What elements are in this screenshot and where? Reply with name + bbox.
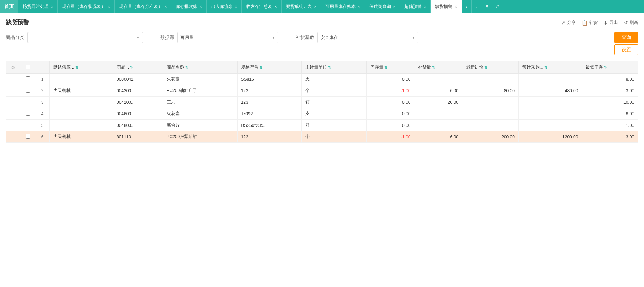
gear-icon[interactable]: ⚙ xyxy=(11,65,16,70)
sort-icon-product-code: ⇅ xyxy=(130,65,133,69)
th-latest-price[interactable]: 最新进价 ⇅ xyxy=(462,61,518,74)
tab-inventory-status-close[interactable]: × xyxy=(108,4,110,9)
td-default-supplier-5: 力天机械 xyxy=(49,131,113,143)
tab-overstock-warning-close[interactable]: × xyxy=(424,4,426,9)
row-checkbox-4[interactable] xyxy=(26,123,30,127)
row-checkbox-3[interactable] xyxy=(26,111,30,116)
td-settings-3 xyxy=(6,108,21,120)
tab-available-ledger-close[interactable]: × xyxy=(358,4,360,9)
tab-inout-flow-close[interactable]: × xyxy=(235,4,237,9)
row-checkbox-0[interactable] xyxy=(26,76,30,81)
td-stock-qty-4: 0.00 xyxy=(366,120,414,131)
refresh-button[interactable]: ↺ 刷新 xyxy=(624,19,638,26)
td-est-purchase-0 xyxy=(518,74,582,85)
tab-maximize-btn[interactable]: ⤢ xyxy=(492,0,502,13)
td-spec-model-0: SS816 xyxy=(237,74,302,85)
td-checkbox-5[interactable] xyxy=(21,131,35,143)
row-checkbox-5[interactable] xyxy=(26,134,30,139)
td-stock-qty-3: 0.00 xyxy=(366,108,414,120)
replenish-base-filter-group: 补货基数 安全库存 ▼ xyxy=(296,32,418,43)
td-settings-0 xyxy=(6,74,21,85)
td-unit-5: 个 xyxy=(302,131,366,143)
td-checkbox-2[interactable] xyxy=(21,97,35,108)
tab-available-ledger[interactable]: 可用量库存账本 × xyxy=(321,0,365,13)
replenish-base-label: 补货基数 xyxy=(296,34,314,41)
tab-next-btn[interactable]: › xyxy=(472,0,482,13)
category-select[interactable]: ▼ xyxy=(27,32,143,43)
th-stock-qty-label: 库存量 xyxy=(370,64,383,70)
table-row: 5 004800... 离合片 DS250*23c... 只 0.00 1.00 xyxy=(6,120,638,131)
tab-abnormal-close[interactable]: × xyxy=(51,4,53,9)
th-min-stock[interactable]: 最低库存 ⇅ xyxy=(582,61,638,74)
sort-icon-product-name: ⇅ xyxy=(185,65,188,69)
td-checkbox-4[interactable] xyxy=(21,120,35,131)
th-product-name[interactable]: 商品名称 ⇅ xyxy=(163,61,237,74)
td-spec-model-3: J7092 xyxy=(237,108,302,120)
tab-inventory-status[interactable]: 现存量（库存状况表） × xyxy=(58,0,114,13)
tab-abnormal[interactable]: 拣货异常处理 × xyxy=(18,0,58,13)
header-actions: ↗ 分享 📋 补货 ⬇ 导出 ↺ 刷新 xyxy=(561,19,638,26)
th-replenish-qty[interactable]: 补货量 ⇅ xyxy=(414,61,462,74)
th-est-purchase-label: 预计采购... xyxy=(522,64,543,70)
table-row: 3 004200... 三九 123 箱 0.00 20.00 10.00 xyxy=(6,97,638,108)
tab-overstock-warning[interactable]: 超储预警 × xyxy=(400,0,431,13)
th-spec-model[interactable]: 规格型号 ⇅ xyxy=(237,61,302,74)
td-rownum-0: 1 xyxy=(35,74,49,85)
td-checkbox-1[interactable] xyxy=(21,85,35,97)
th-unit[interactable]: 主计量单位 ⇅ xyxy=(302,61,366,74)
row-checkbox-2[interactable] xyxy=(26,100,30,104)
share-button[interactable]: ↗ 分享 xyxy=(561,19,576,26)
td-est-purchase-4 xyxy=(518,120,582,131)
tab-batch-account[interactable]: 库存批次账 × xyxy=(171,0,206,13)
tab-shortage-warning[interactable]: 缺货预警 × xyxy=(431,0,461,13)
td-rownum-2: 3 xyxy=(35,97,49,108)
th-min-stock-label: 最低库存 xyxy=(586,64,603,70)
tab-order-stats[interactable]: 要货单统计表 × xyxy=(282,0,321,13)
td-min-stock-2: 10.00 xyxy=(582,97,638,108)
page-title: 缺货预警 xyxy=(6,19,29,26)
tab-collect-summary-close[interactable]: × xyxy=(274,4,277,9)
td-product-name-1: PC200油缸庄子 xyxy=(163,85,237,97)
select-all-checkbox[interactable] xyxy=(26,65,30,69)
td-product-name-2: 三九 xyxy=(163,97,237,108)
tab-home[interactable]: 首页 xyxy=(0,0,18,13)
datasource-select[interactable]: 可用量 ▼ xyxy=(177,32,278,43)
tab-expiry-query[interactable]: 保质期查询 × xyxy=(365,0,400,13)
category-filter-group: 商品分类 ▼ xyxy=(6,32,143,43)
tab-prev-btn[interactable]: ‹ xyxy=(462,0,472,13)
tab-close-all-btn[interactable]: × xyxy=(482,0,492,13)
td-product-code-0: 0000042 xyxy=(113,74,163,85)
td-product-name-0: 火花塞 xyxy=(163,74,237,85)
td-unit-1: 个 xyxy=(302,85,366,97)
replenish-button[interactable]: 📋 补货 xyxy=(582,19,598,26)
tab-inout-flow[interactable]: 出入库流水 × xyxy=(207,0,242,13)
tab-collect-summary[interactable]: 收发存汇总表 × xyxy=(242,0,281,13)
datasource-label: 数据源 xyxy=(160,34,174,41)
th-default-supplier[interactable]: 默认供应... ⇅ xyxy=(49,61,113,74)
th-est-purchase[interactable]: 预计采购... ⇅ xyxy=(518,61,582,74)
category-label: 商品分类 xyxy=(6,34,25,41)
row-checkbox-1[interactable] xyxy=(26,88,30,93)
th-product-code[interactable]: 商品... ⇅ xyxy=(113,61,163,74)
td-checkbox-0[interactable] xyxy=(21,74,35,85)
query-button[interactable]: 查询 xyxy=(614,32,638,43)
settings-button[interactable]: 设置 xyxy=(614,44,638,55)
tab-inventory-dist[interactable]: 现存量（库存分布表） × xyxy=(115,0,171,13)
export-button[interactable]: ⬇ 导出 xyxy=(604,19,618,26)
td-replenish-qty-2: 20.00 xyxy=(414,97,462,108)
category-chevron-icon: ▼ xyxy=(136,36,140,40)
tab-expiry-query-close[interactable]: × xyxy=(393,4,395,9)
tab-shortage-warning-close[interactable]: × xyxy=(454,4,457,9)
th-stock-qty[interactable]: 库存量 ⇅ xyxy=(366,61,414,74)
td-replenish-qty-0 xyxy=(414,74,462,85)
tab-inventory-dist-close[interactable]: × xyxy=(165,4,167,9)
tab-batch-account-close[interactable]: × xyxy=(200,4,202,9)
td-rownum-5: 6 xyxy=(35,131,49,143)
replenish-base-select[interactable]: 安全库存 ▼ xyxy=(317,32,418,43)
td-product-name-5: PC200张紧油缸 xyxy=(163,131,237,143)
td-checkbox-3[interactable] xyxy=(21,108,35,120)
tab-order-stats-close[interactable]: × xyxy=(314,4,316,9)
table-row: 6 力天机械 801110... PC200张紧油缸 123 个 -1.00 6… xyxy=(6,131,638,143)
td-settings-4 xyxy=(6,120,21,131)
th-product-code-label: 商品... xyxy=(117,64,129,70)
